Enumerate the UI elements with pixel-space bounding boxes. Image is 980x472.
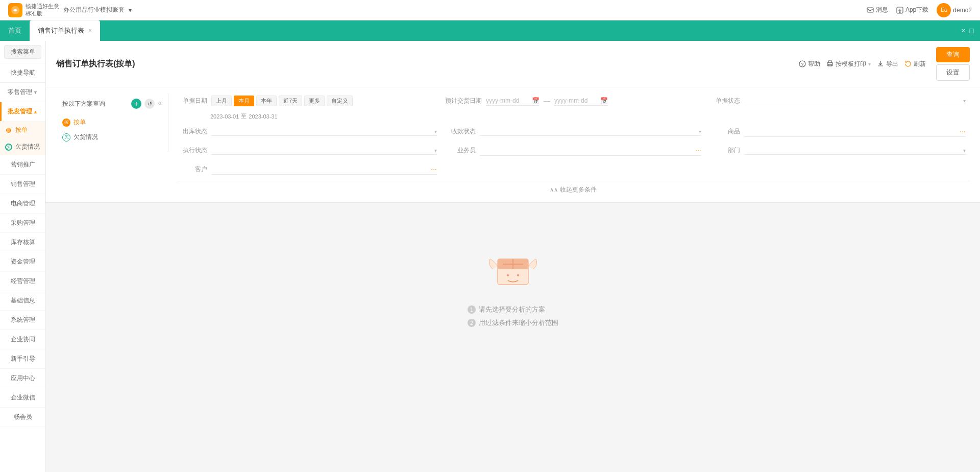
wholesale-arrow-icon: ▲: [33, 109, 38, 114]
date-last-month[interactable]: 上月: [211, 96, 232, 106]
collapse-panel-btn[interactable]: «: [158, 99, 162, 109]
logo-area: 畅捷通好生意 标准版: [8, 3, 59, 17]
sidebar-item-wholesale[interactable]: 批发管理 ▲: [0, 102, 45, 122]
dept-cell: 部门 ▾: [705, 144, 970, 157]
wholesale-submenu: 按 按单 欠 欠货情况: [0, 122, 45, 155]
sidebar-item-system[interactable]: 系统管理: [0, 311, 45, 330]
date-custom[interactable]: 自定义: [327, 96, 353, 106]
tab-home[interactable]: 首页: [0, 20, 30, 41]
help-icon: ?: [799, 60, 806, 67]
sidebar-item-apps[interactable]: 应用中心: [0, 369, 45, 388]
refresh-btn[interactable]: 刷新: [904, 60, 926, 68]
sidebar-item-finance[interactable]: 资金管理: [0, 252, 45, 272]
filter-panel: 按以下方案查询 + ↺ « 按 按单: [46, 87, 980, 203]
cal-end-icon[interactable]: 📅: [600, 97, 608, 104]
filter-row-2: 出库状态 ▾ 收款状态 ▾: [177, 124, 970, 139]
svg-text:?: ?: [801, 62, 803, 67]
app-download-btn[interactable]: App下载: [896, 6, 928, 14]
top-bar-right: 消息 App下载 Ea demo2: [867, 3, 972, 17]
add-plan-btn[interactable]: +: [131, 99, 141, 109]
filter-main-row: 按以下方案查询 + ↺ « 按 按单: [56, 93, 970, 196]
customer-dots-btn[interactable]: ···: [431, 165, 437, 173]
empty-tips: 1 请先选择要分析的方案 2 用过滤条件来缩小分析范围: [468, 305, 558, 332]
print-btn[interactable]: 按模板打印 ▾: [826, 60, 871, 68]
receipt-label: 收款状态: [445, 127, 476, 136]
sidebar-item-enterprise[interactable]: 企业协同: [0, 330, 45, 349]
doc-status-chevron: ▾: [963, 98, 966, 104]
help-btn[interactable]: ? 帮助: [799, 60, 820, 68]
main-layout: 搜索菜单 快捷导航 零售管理 ▼ 批发管理 ▲ 按 按单 欠 欠货情况 营: [0, 41, 980, 472]
refresh-plan-btn[interactable]: ↺: [144, 99, 155, 109]
sidebar-item-marketing[interactable]: 营销推广: [0, 155, 45, 175]
outbound-select[interactable]: ▾: [211, 128, 437, 136]
date-dash: —: [544, 97, 550, 105]
print-dropdown-icon[interactable]: ▾: [868, 61, 871, 67]
tab-maximize-btn[interactable]: □: [970, 27, 974, 35]
customer-label: 客户: [177, 165, 207, 174]
sidebar-sub-item-debt[interactable]: 欠 欠货情况: [0, 138, 45, 155]
sidebar-item-member[interactable]: 畅会员: [0, 408, 45, 427]
sidebar-item-wechat[interactable]: 企业微信: [0, 388, 45, 408]
dept-chevron: ▾: [963, 148, 966, 153]
top-dropdown-icon[interactable]: ▾: [129, 7, 132, 14]
goods-dots-btn[interactable]: ···: [960, 127, 966, 135]
date-filter-cell: 单据日期 上月 本月 本年 近7天 更多 自定义: [177, 93, 441, 108]
debt-icon: 欠: [5, 144, 12, 151]
page-actions: ? 帮助 按模板打印 ▾ 导出: [799, 47, 970, 81]
search-menu-btn[interactable]: 搜索菜单: [4, 45, 41, 59]
plan-items: 按 按单 欠 欠货情况: [56, 113, 168, 147]
date-this-month[interactable]: 本月: [234, 96, 254, 106]
sidebar-item-newbie[interactable]: 新手引导: [0, 349, 45, 369]
sidebar-item-purchase[interactable]: 采购管理: [0, 214, 45, 233]
export-icon: [877, 60, 884, 67]
sidebar-item-retail[interactable]: 零售管理 ▼: [0, 83, 45, 102]
dept-select[interactable]: ▾: [744, 147, 966, 155]
settings-button[interactable]: 设置: [936, 64, 970, 81]
collapse-btn[interactable]: ∧∧ 收起更多条件: [550, 185, 597, 194]
avatar: Ea: [937, 3, 951, 17]
query-button[interactable]: 查询: [936, 47, 970, 62]
delivery-date-cell: 预计交货日期 📅 — 📅: [441, 94, 705, 108]
plan-item-debt[interactable]: 欠 欠货情况: [62, 130, 162, 145]
plan-item-debt-icon: 欠: [62, 133, 70, 141]
exec-select[interactable]: ▾: [211, 147, 437, 155]
sidebar-item-operations[interactable]: 经营管理: [0, 272, 45, 291]
logo-icon: [8, 3, 22, 17]
cal-start-icon[interactable]: 📅: [532, 97, 540, 104]
svg-point-12: [507, 274, 509, 276]
sidebar-item-sales[interactable]: 销售管理: [0, 175, 45, 194]
sidebar-sub-item-press[interactable]: 按 按单: [0, 122, 45, 138]
tab-close-btn[interactable]: ×: [88, 27, 92, 34]
salesperson-dots-btn[interactable]: ···: [695, 146, 701, 154]
delivery-start-input[interactable]: [486, 97, 532, 104]
salesperson-label: 业务员: [445, 146, 476, 155]
receipt-select[interactable]: ▾: [480, 128, 701, 136]
tab-sales-order[interactable]: 销售订单执行表 ×: [30, 20, 100, 41]
message-btn[interactable]: 消息: [867, 6, 888, 14]
date-range-display: 2023-03-01 至 2023-03-31: [210, 112, 970, 124]
customer-cell: 客户 ···: [177, 162, 441, 177]
sidebar-item-basics[interactable]: 基础信息: [0, 291, 45, 311]
svg-rect-6: [828, 61, 831, 63]
exec-label: 执行状态: [177, 146, 207, 155]
date-7days[interactable]: 近7天: [279, 96, 302, 106]
plan-panel-icons: + ↺ «: [131, 99, 162, 109]
top-bar-title: 办公用品行业模拟账套: [63, 6, 125, 14]
date-more[interactable]: 更多: [304, 96, 325, 106]
sidebar: 搜索菜单 快捷导航 零售管理 ▼ 批发管理 ▲ 按 按单 欠 欠货情况 营: [0, 41, 46, 472]
tab-controls: × □: [955, 27, 980, 35]
date-this-year[interactable]: 本年: [256, 96, 277, 106]
plan-item-press[interactable]: 按 按单: [62, 115, 162, 130]
delivery-end-input[interactable]: [554, 97, 600, 104]
doc-status-select[interactable]: ▾: [744, 97, 966, 105]
user-area[interactable]: Ea demo2: [937, 3, 972, 17]
filter-row-4: 客户 ···: [177, 162, 970, 177]
sidebar-item-ecommerce[interactable]: 电商管理: [0, 194, 45, 214]
date-label: 单据日期: [177, 97, 207, 105]
sidebar-item-inventory[interactable]: 库存核算: [0, 233, 45, 252]
press-icon: 按: [5, 127, 12, 134]
export-btn[interactable]: 导出: [877, 60, 898, 68]
tab-close-all-btn[interactable]: ×: [961, 27, 965, 35]
quick-nav-btn[interactable]: 快捷导航: [0, 63, 45, 83]
goods-label: 商品: [709, 127, 740, 136]
